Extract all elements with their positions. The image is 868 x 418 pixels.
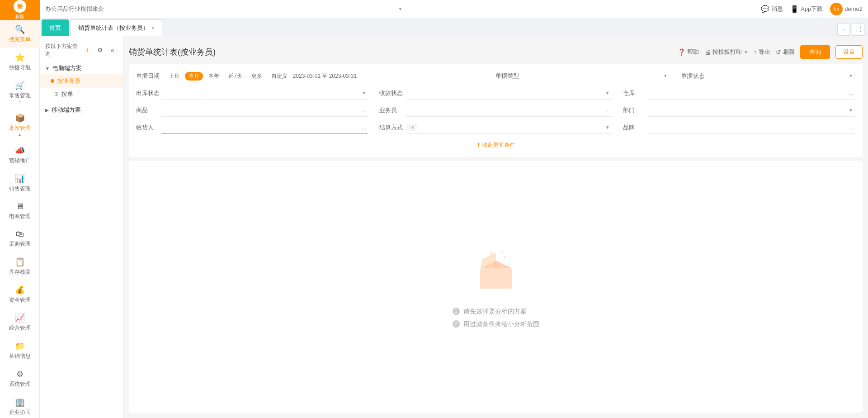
sidebar-item-ecommerce[interactable]: 🖥 电商管理 bbox=[0, 197, 40, 225]
sidebar-item-inventory[interactable]: 📋 库存核算 bbox=[0, 252, 40, 280]
sidebar-item-system[interactable]: ⚙ 系统管理 bbox=[0, 365, 40, 393]
svg-point-8 bbox=[500, 250, 503, 253]
help-button[interactable]: ❓ 帮助 bbox=[678, 48, 699, 56]
settings-scheme-button[interactable]: ⚙ bbox=[95, 45, 105, 55]
app-download-button[interactable]: 📱 App下载 bbox=[790, 5, 823, 13]
salesperson-dots[interactable]: ... bbox=[605, 107, 610, 114]
brand-control[interactable]: ... bbox=[648, 121, 855, 134]
brand-dots[interactable]: ... bbox=[849, 124, 853, 131]
empty-tips: 1 请先选择要分析的方案 2 用过滤条件来缩小分析范围 bbox=[453, 305, 539, 330]
pc-group-header[interactable]: ▼ 电脑端方案 bbox=[40, 62, 123, 74]
doctype-dropdown[interactable]: ▼ bbox=[523, 73, 668, 78]
sidebar-item-sales[interactable]: 📊 销售管理 bbox=[0, 169, 40, 197]
outstock-dropdown[interactable]: ▼ bbox=[163, 90, 366, 95]
svg-point-5 bbox=[509, 263, 510, 265]
clipboard-icon: 📋 bbox=[15, 257, 25, 267]
message-button[interactable]: 💬 消息 bbox=[761, 5, 783, 13]
scheme-sub-item-label: 按单 bbox=[61, 90, 73, 98]
settlement-control[interactable]: × ▼ bbox=[405, 121, 611, 134]
add-scheme-button[interactable]: + bbox=[82, 45, 92, 55]
sidebar-item-label: 采购管理 bbox=[9, 240, 31, 248]
main-area: 办公用品行业模拟账套 ▼ 💬 消息 📱 App下载 Ea demo2 首页 bbox=[40, 0, 868, 418]
sidebar-item-label: 批发管理 bbox=[9, 124, 31, 132]
empty-state: 1 请先选择要分析的方案 2 用过滤条件来缩小分析范围 bbox=[129, 161, 863, 413]
tab-home[interactable]: 首页 bbox=[42, 19, 69, 36]
sidebar-item-label: 电商管理 bbox=[9, 213, 31, 220]
warehouse-control[interactable]: ... bbox=[648, 87, 855, 100]
user-profile[interactable]: Ea demo2 bbox=[830, 3, 863, 15]
print-dropdown-icon[interactable]: ▼ bbox=[744, 50, 748, 55]
consignee-dots[interactable]: ... bbox=[362, 124, 366, 131]
goods-control[interactable]: ... bbox=[161, 104, 368, 117]
payment-chevron: ▼ bbox=[605, 90, 610, 95]
outstock-chevron: ▼ bbox=[362, 90, 366, 95]
sidebar-item-enterprise[interactable]: 🏢 企业协同 bbox=[0, 393, 40, 418]
sidebar-item-wholesale[interactable]: 📦 批发管理 ▲ bbox=[0, 109, 40, 141]
pc-scheme-group: ▼ 电脑端方案 按业务员 ⊞ 按单 bbox=[40, 61, 123, 102]
logo-text: 标版 bbox=[15, 14, 24, 20]
docstatus-control[interactable]: ▼ bbox=[706, 70, 855, 82]
payment-dropdown[interactable]: ▼ bbox=[406, 90, 609, 95]
money-icon: 💰 bbox=[15, 285, 25, 295]
breadcrumb-dropdown[interactable]: ▼ bbox=[398, 6, 403, 11]
scheme-item-by-salesperson[interactable]: 按业务员 bbox=[40, 74, 123, 88]
monitor-icon: 🖥 bbox=[16, 202, 24, 211]
salesperson-control[interactable]: ... bbox=[405, 104, 611, 117]
sidebar-item-retail[interactable]: 🛒 零售管理 ▼ bbox=[0, 76, 40, 109]
export-button[interactable]: ↑ 导出 bbox=[754, 48, 770, 56]
dept-dropdown[interactable]: ▼ bbox=[650, 108, 853, 113]
date-tab-more[interactable]: 更多 bbox=[248, 71, 266, 81]
collapse-filters-button[interactable]: ⬆ 收起更多条件 bbox=[136, 138, 855, 152]
outstock-control[interactable]: ▼ bbox=[161, 87, 368, 100]
right-panel: 销货单统计表(按业务员) ❓ 帮助 🖨 按模板打印 ▼ ↑ 导出 bbox=[123, 36, 868, 418]
sidebar-item-purchase[interactable]: 🛍 采购管理 bbox=[0, 225, 40, 252]
sidebar-item-label: 经营管理 bbox=[9, 324, 31, 332]
refresh-button[interactable]: ↺ 刷新 bbox=[776, 48, 795, 56]
date-tab-7days[interactable]: 近7天 bbox=[225, 71, 246, 81]
chart-icon: 📊 bbox=[15, 174, 25, 184]
consignee-control[interactable]: ... bbox=[161, 121, 368, 134]
date-tab-custom[interactable]: 自定义 bbox=[268, 71, 291, 81]
sidebar-item-finance[interactable]: 💰 资金管理 bbox=[0, 280, 40, 309]
filter-item-doctype: 单据类型 ▼ bbox=[495, 70, 670, 82]
tip-text-1: 请先选择要分析的方案 bbox=[463, 305, 527, 318]
sidebar-item-label: 企业协同 bbox=[9, 408, 31, 416]
settlement-clear-icon[interactable]: × bbox=[411, 124, 414, 131]
sidebar-item-quick-nav[interactable]: ⭐ 快捷导航 bbox=[0, 48, 40, 76]
warehouse-dots[interactable]: ... bbox=[849, 90, 853, 96]
scheme-sub-item-by-doc[interactable]: ⊞ 按单 bbox=[40, 88, 123, 100]
query-button[interactable]: 查询 bbox=[800, 45, 830, 59]
top-right-actions: 💬 消息 📱 App下载 Ea demo2 bbox=[761, 3, 863, 15]
tab-maximize-button[interactable]: ⛶ bbox=[852, 23, 864, 36]
sidebar-item-search[interactable]: 🔍 搜索菜单 bbox=[0, 20, 40, 48]
dept-control[interactable]: ▼ bbox=[648, 104, 855, 117]
date-tab-this-month[interactable]: 本月 bbox=[185, 72, 203, 81]
settings-button[interactable]: 设置 bbox=[835, 45, 863, 59]
tab-close-icon[interactable]: × bbox=[151, 25, 155, 31]
filter-row-1: 单据日期 上月 本月 本年 近7天 更多 自定义 2023-03-01 至 20… bbox=[136, 70, 855, 82]
tab-sales-stats[interactable]: 销货单统计表（按业务员） × bbox=[71, 19, 162, 36]
date-tab-this-year[interactable]: 本年 bbox=[205, 71, 223, 81]
building-icon: 🏢 bbox=[15, 397, 25, 407]
goods-dots[interactable]: ... bbox=[362, 107, 366, 114]
active-tab-label: 销货单统计表（按业务员） bbox=[78, 24, 149, 32]
tab-minimize-button[interactable]: ─ bbox=[837, 23, 850, 36]
docstatus-dropdown[interactable]: ▼ bbox=[708, 73, 853, 78]
filter-item-outstock: 出库状态 ▼ bbox=[136, 87, 368, 100]
payment-control[interactable]: ▼ bbox=[405, 87, 611, 100]
print-button[interactable]: 🖨 按模板打印 ▼ bbox=[704, 48, 748, 56]
sidebar-item-base[interactable]: 📁 基础信息 bbox=[0, 337, 40, 365]
sidebar: 畅 标版 🔍 搜索菜单 ⭐ 快捷导航 🛒 零售管理 ▼ 📦 批发管理 ▲ 📣 营… bbox=[0, 0, 40, 418]
sidebar-item-marketing[interactable]: 📣 营销推广 bbox=[0, 141, 40, 169]
sidebar-item-operations[interactable]: 📈 经营管理 bbox=[0, 309, 40, 337]
left-panel-actions: + ⚙ « bbox=[82, 45, 118, 55]
date-tab-last-month[interactable]: 上月 bbox=[165, 71, 183, 81]
page-actions: ❓ 帮助 🖨 按模板打印 ▼ ↑ 导出 ↺ 刷新 bbox=[678, 45, 863, 59]
mobile-group-header[interactable]: ▶ 移动端方案 bbox=[40, 104, 123, 116]
logo[interactable]: 畅 标版 bbox=[0, 0, 40, 20]
svg-point-7 bbox=[490, 252, 493, 255]
left-panel-title: 按以下方案查询 bbox=[45, 43, 82, 58]
megaphone-icon: 📣 bbox=[15, 146, 25, 156]
collapse-panel-button[interactable]: « bbox=[108, 45, 118, 55]
doctype-control[interactable]: ▼ bbox=[521, 70, 670, 82]
